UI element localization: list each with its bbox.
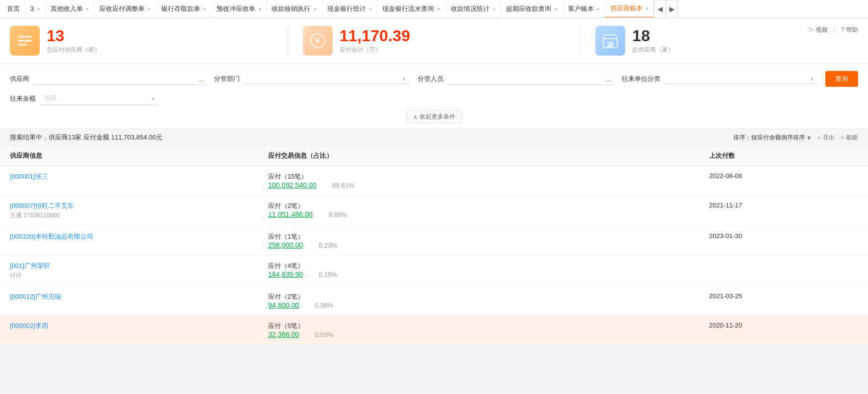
sort-label: 排序：按应付余额倒序排序 ∨ [733,133,811,142]
nav-collection-stats[interactable]: 收款情况统计 × [446,0,501,18]
table-row-highlighted: [000002]李四 应付（5笔） 32,366.00 0.03% 2020-1… [0,316,868,345]
result-actions: 排序：按应付余额倒序排序 ∨ ○ 导出 ○ 刷新 [733,133,859,142]
supplier-link-4[interactable]: [000012]广州贝瑞 [10,293,61,300]
filter-person: 分管人员 ... [418,73,614,85]
stat-payable-amount: ¥ 11,170.39 应付合计（万） [303,26,566,56]
export-button[interactable]: ○ 导出 [817,133,835,142]
payable-percent-4: 0.08% [315,302,333,309]
nav-customer-ledger[interactable]: 客户账本 × [563,0,605,18]
close-icon[interactable]: × [147,6,150,12]
category-filter-label: 往来单位分类 [622,74,660,83]
supplier-link-3[interactable]: [001]广州荣轩 [10,262,50,269]
nav-prev-arrow[interactable]: ◀ [654,0,666,18]
supplier-cell-5: [000002]李四 [10,322,268,330]
supplier-sub-3: 仔仔 [10,271,268,280]
supplier-cell-1: [000007]恒旺二手叉车 王通 17106110000 [10,201,268,220]
sort-icon[interactable]: ∨ [807,134,811,141]
stat-divider-2 [580,26,580,56]
result-info: 搜索结果中，供应商13家 应付金额 111,703,854.00元 [10,133,162,142]
payable-amount-0[interactable]: 100,092,540.00 [268,181,316,189]
nav-overdue-ar[interactable]: 超期应收款查询 × [501,0,563,18]
supplier-cell-2: [000100]本特勤油品有限公司 [10,232,268,241]
last-pay-cell-2: 2023-01-30 [709,232,858,240]
payable-amount-3[interactable]: 164,635.90 [268,270,303,278]
payable-count-2: 应付（1笔） [268,232,304,241]
payable-row-3: 164,635.90 0.15% [268,270,337,278]
export-radio-icon: ○ [817,134,821,141]
total-supplier-value: 18 [632,28,674,44]
supplier-link-5[interactable]: [000002]李四 [10,322,48,329]
collapse-button[interactable]: ∧ 收起更多条件 [407,110,462,124]
close-icon[interactable]: × [554,6,557,12]
close-icon[interactable]: × [37,6,40,12]
payable-row-5: 32,366.00 0.03% [268,330,333,338]
help-icon: ? [841,26,845,33]
supplier-picker-icon[interactable]: ... [196,75,206,83]
balance-select-arrow: ∨ [151,96,155,101]
collapse-area: ∧ 收起更多条件 [10,110,858,124]
close-icon[interactable]: × [493,6,496,12]
video-icon: ▷ [808,26,814,33]
video-link[interactable]: ▷ 视频 [808,26,828,34]
supplier-sub-1: 王通 17106110000 [10,211,268,220]
payable-amount-5[interactable]: 32,366.00 [268,330,299,338]
supplier-link-2[interactable]: [000100]本特勤油品有限公司 [10,233,93,240]
last-pay-cell-4: 2021-03-25 [709,292,858,300]
close-icon[interactable]: × [86,6,89,12]
search-button[interactable]: 查询 [825,71,858,87]
nav-advance-receipt[interactable]: 预收冲应收单 × [212,0,267,18]
payable-cell-0: 应付（15笔） 100,092,540.00 89.61% [268,172,709,189]
supplier-input-wrapper: ... [33,73,206,85]
payable-percent-1: 9.89% [329,211,347,218]
payable-row-1: 11,051,486.00 9.89% [268,210,347,218]
close-icon[interactable]: × [646,5,649,11]
nav-collection-exec[interactable]: 收款核销执行 × [267,0,322,18]
person-input[interactable] [447,73,604,84]
divider: | [834,26,835,34]
supplier-link-0[interactable]: [000001]张三 [10,173,48,180]
stats-row: 13 总应付供应商（家） ¥ 11,170.39 应付合计（万） 18 总供应商… [0,18,868,64]
close-icon[interactable]: × [313,6,316,12]
svg-rect-6 [607,42,613,48]
refresh-button[interactable]: ○ 刷新 [841,133,858,142]
balance-select[interactable]: 选择... ∨ [40,92,159,105]
close-icon[interactable]: × [597,6,600,12]
payable-amount-1[interactable]: 11,051,486.00 [268,210,313,218]
nav-ar-ap-adjust[interactable]: 应收应付调整单 × [94,0,156,18]
nav-bank-deposit[interactable]: 银行存取款单 × [156,0,212,18]
category-select[interactable]: ∨ [664,74,818,84]
last-pay-cell-0: 2022-08-08 [709,172,858,180]
svg-rect-2 [18,44,27,46]
nav-cash-flow[interactable]: 现金银行流水查询 × [377,0,445,18]
supplier-cell-3: [001]广州荣轩 仔仔 [10,262,268,280]
nav-other-income[interactable]: 其他收入单 × [46,0,94,18]
person-input-wrapper: ... [447,73,614,85]
payable-cell-2: 应付（1笔） 258,000.00 0.23% [268,232,709,249]
collapse-icon: ∧ [413,114,418,121]
supplier-table: 供应商信息 应付交易信息（占比） 上次付数 [000001]张三 应付（15笔）… [0,146,868,345]
close-icon[interactable]: × [437,6,440,12]
close-icon[interactable]: × [369,6,372,12]
filter-row-2: 往来余额 选择... ∨ [10,92,858,105]
payable-amount-2[interactable]: 258,000.00 [268,241,303,249]
close-icon[interactable]: × [258,6,261,12]
nav-tab-3[interactable]: 3 × [25,0,46,18]
nav-bar: 首页 3 × 其他收入单 × 应收应付调整单 × 银行存取款单 × 预收冲应收单… [0,0,868,18]
person-picker-icon[interactable]: ... [604,75,614,83]
supplier-input[interactable] [33,73,196,84]
payable-cell-5: 应付（5笔） 32,366.00 0.03% [268,322,709,338]
payable-amount-4[interactable]: 94,600.00 [268,301,299,309]
close-icon[interactable]: × [203,6,206,12]
payable-count-4: 应付（2笔） [268,292,304,301]
supplier-cell-0: [000001]张三 [10,172,268,181]
payable-percent-5: 0.03% [315,331,333,338]
nav-cash-stats[interactable]: 现金银行统计 × [322,0,377,18]
nav-next-arrow[interactable]: ▶ [666,0,678,18]
payable-amount-value: 11,170.39 [340,28,410,44]
help-link[interactable]: ? 帮助 [841,26,858,34]
supplier-link-1[interactable]: [000007]恒旺二手叉车 [10,202,74,209]
department-select[interactable]: ∨ [244,74,410,84]
stat-divider-1 [288,26,288,56]
nav-home[interactable]: 首页 [2,0,25,18]
nav-supplier-ledger[interactable]: 供应商账本 × [605,0,654,18]
